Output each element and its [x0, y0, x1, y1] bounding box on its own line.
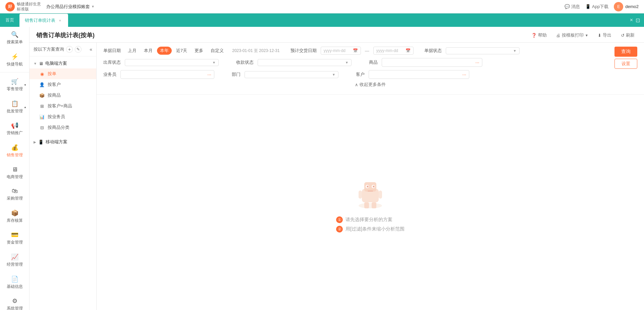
- customer-dots-button[interactable]: ···: [462, 72, 466, 77]
- sales-icon: 💰: [11, 144, 18, 151]
- goods-dots-button[interactable]: ···: [475, 60, 479, 65]
- filter-row-status: 出库状态 ▼ 收款状态 ▼ 商品: [103, 58, 609, 67]
- mobile-group-icon: 📱: [38, 140, 44, 145]
- by-customer-goods-icon: ⊞: [39, 103, 45, 109]
- svg-rect-9: [379, 191, 382, 199]
- scheme-panel: 按以下方案查询 + ✎ « ▼ 🖥 电脑端方案 ◉ 按单: [30, 43, 97, 310]
- settings-button[interactable]: 设置: [614, 59, 637, 69]
- print-arrow-icon: ▼: [585, 34, 588, 37]
- refresh-button[interactable]: ↺ 刷新: [618, 31, 637, 40]
- bill-status-select[interactable]: ▼: [446, 47, 520, 54]
- scheme-group-pc: ▼ 🖥 电脑端方案 ◉ 按单 👤 按客户 📦 按商品: [30, 56, 96, 135]
- sidebar-item-inventory[interactable]: 📦 库存核算: [0, 205, 29, 227]
- empty-illustration: [350, 172, 390, 212]
- expected-date-label: 预计交货日期: [290, 48, 317, 54]
- svg-rect-8: [359, 191, 362, 199]
- svg-rect-10: [364, 202, 369, 208]
- help-button[interactable]: ❓ 帮助: [529, 31, 549, 40]
- sidebar-item-system[interactable]: ⚙ 系统管理: [0, 293, 29, 310]
- pc-group-arrow-icon: ▼: [34, 62, 37, 65]
- salesman-input[interactable]: ···: [120, 70, 214, 79]
- scheme-add-button[interactable]: +: [66, 46, 73, 53]
- sidebar-item-marketing[interactable]: 📢 营销推广: [0, 118, 29, 140]
- tab-sales-order[interactable]: 销售订单统计表 ×: [19, 14, 68, 27]
- date-label: 单据日期: [103, 48, 121, 54]
- scheme-edit-button[interactable]: ✎: [75, 46, 82, 53]
- scheme-item-by-category[interactable]: ⊟ 按商品分类: [30, 122, 96, 133]
- message-button[interactable]: 💬 消息: [565, 4, 580, 10]
- tip-2-number: ②: [336, 226, 343, 232]
- date-custom-button[interactable]: 自定义: [208, 47, 227, 55]
- retail-icon: 🛒: [11, 78, 18, 85]
- sidebar-item-basic[interactable]: 📄 基础信息: [0, 271, 29, 294]
- by-customer-icon: 👤: [39, 82, 45, 88]
- company-selector[interactable]: 办公用品行业模拟账套 ▼: [44, 2, 97, 11]
- goods-input[interactable]: ···: [382, 58, 482, 67]
- expected-date-start-input[interactable]: yyyy-mm-dd 📅: [321, 47, 361, 55]
- sidebar-item-search[interactable]: 🔍 搜索菜单: [0, 27, 29, 49]
- user-area[interactable]: E demo2: [614, 2, 639, 11]
- sidebar-item-operation[interactable]: 📈 经营管理: [0, 249, 29, 271]
- export-button[interactable]: ⬇ 导出: [595, 31, 614, 40]
- sidebar-item-wholesale[interactable]: 📋 批发管理: [0, 96, 29, 118]
- scheme-item-by-salesman[interactable]: 📊 按业务员: [30, 111, 96, 122]
- payment-status-select[interactable]: ▼: [258, 59, 352, 66]
- scheme-header: 按以下方案查询 + ✎ «: [30, 43, 96, 56]
- tip-1-number: ①: [336, 216, 343, 223]
- sidebar-divider-1: [0, 72, 29, 72]
- sidebar-item-ecommerce[interactable]: 🖥 电商管理: [0, 162, 29, 184]
- query-button[interactable]: 查询: [614, 47, 637, 57]
- bill-status-arrow-icon: ▼: [513, 49, 517, 53]
- sidebar-item-finance[interactable]: 💳 资金管理: [0, 227, 29, 249]
- expected-date-end-input[interactable]: yyyy-mm-dd 📅: [373, 47, 414, 55]
- scheme-item-by-order[interactable]: ◉ 按单: [30, 68, 96, 79]
- collapse-filter-button[interactable]: ∧ 收起更多条件: [103, 79, 637, 90]
- scheme-title: 按以下方案查询: [34, 46, 64, 52]
- customer-input[interactable]: ···: [369, 70, 469, 79]
- dept-select[interactable]: ▼: [245, 71, 338, 78]
- sidebar-item-purchase[interactable]: 🛍 采购管理: [0, 184, 29, 205]
- app-download-icon: 📱: [585, 4, 591, 9]
- scheme-group-mobile-title[interactable]: ▶ 📱 移动端方案: [30, 137, 96, 147]
- svg-point-5: [367, 186, 369, 188]
- window-close-icon[interactable]: ×: [630, 17, 633, 23]
- tab-close-icon[interactable]: ×: [57, 18, 63, 23]
- svg-point-6: [373, 186, 375, 188]
- sidebar-item-sales[interactable]: 💰 销售管理: [0, 140, 29, 162]
- salesman-dots-button[interactable]: ···: [207, 72, 211, 77]
- ship-status-select[interactable]: ▼: [125, 59, 219, 66]
- pc-group-icon: 🖥: [39, 61, 43, 66]
- date-this-year-button[interactable]: 本年: [157, 47, 172, 55]
- dept-label: 部门: [232, 71, 240, 78]
- collapse-icon: ∧: [355, 82, 358, 87]
- scheme-collapse-button[interactable]: «: [90, 47, 92, 52]
- by-salesman-icon: 📊: [39, 114, 45, 120]
- scheme-item-by-goods[interactable]: 📦 按商品: [30, 90, 96, 101]
- tip-2-text: 用[过滤]条件来缩小分析范围: [345, 226, 405, 232]
- finance-icon: 💳: [11, 231, 18, 239]
- top-bar-left: 好 畅捷通好生意 标准版 办公用品行业模拟账套 ▼: [5, 2, 97, 11]
- sidebar-item-quick-nav[interactable]: ⚡ 快捷导航: [0, 49, 29, 71]
- scheme-group-pc-title[interactable]: ▼ 🖥 电脑端方案: [30, 58, 96, 68]
- date-quick-buttons: 上月 本月 本年 近7天 更多 自定义: [125, 47, 227, 55]
- scheme-item-by-customer-goods[interactable]: ⊞ 按客户+商品: [30, 101, 96, 111]
- by-category-icon: ⊟: [39, 124, 45, 131]
- page-header: 销售订单统计表(按单) ❓ 帮助 🖨 按模板打印 ▼ ⬇ 导出 ↺ 刷新: [30, 27, 644, 43]
- tab-home[interactable]: 首页: [0, 13, 19, 27]
- app-download-button[interactable]: 📱 App下载: [585, 4, 608, 10]
- sidebar-item-retail[interactable]: 🛒 零售管理: [0, 74, 29, 96]
- print-button[interactable]: 🖨 按模板打印 ▼: [553, 31, 591, 40]
- logo-icon: 好: [5, 2, 15, 11]
- window-expand-icon[interactable]: ⊡: [636, 17, 640, 23]
- export-icon: ⬇: [598, 33, 601, 38]
- date-more-button[interactable]: 更多: [192, 47, 206, 55]
- svg-rect-11: [372, 202, 376, 208]
- date-this-month-button[interactable]: 本月: [141, 47, 156, 55]
- date-prev-month-button[interactable]: 上月: [125, 47, 140, 55]
- by-order-icon: ◉: [39, 71, 45, 77]
- ecommerce-icon: 🖥: [12, 166, 18, 173]
- filter-row-1: 单据日期 上月 本月 本年 近7天 更多 自定义 2023-01-01 至 20…: [103, 47, 637, 79]
- date-last7-button[interactable]: 近7天: [173, 47, 190, 55]
- scheme-item-by-customer[interactable]: 👤 按客户: [30, 79, 96, 90]
- date-separator: —: [365, 48, 369, 53]
